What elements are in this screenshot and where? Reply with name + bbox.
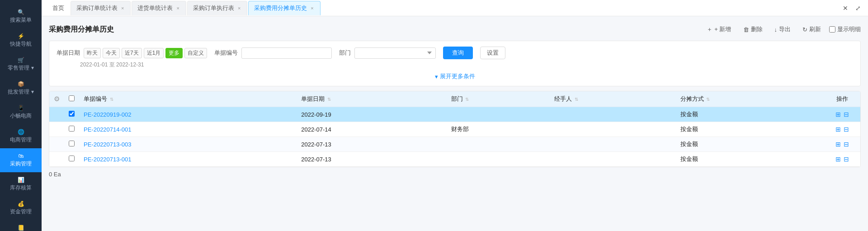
row-docno-link[interactable]: PE-20220713-003 — [84, 141, 132, 148]
table-row: PE-20220919-002 2022-09-19 按金额 ⊞ ⊟ — [49, 107, 860, 122]
th-dept: 部门 ⇅ — [447, 91, 550, 107]
tab-purchase-order-stats-close[interactable]: × — [120, 5, 125, 11]
refresh-button[interactable]: ↻ 刷新 — [799, 24, 825, 35]
tab-home[interactable]: 首页 — [47, 1, 70, 15]
row-checkbox-1[interactable] — [69, 126, 75, 132]
dept-search-field: 部门 财务部 — [339, 47, 436, 59]
date-btn-custom[interactable]: 自定义 — [184, 48, 207, 58]
row-checkbox-cell — [64, 152, 79, 167]
finance-icon: 💰 — [18, 201, 24, 207]
display-checkbox[interactable] — [829, 26, 835, 33]
sidebar-item-retail-label: 零售管理 ▾ — [2, 64, 40, 72]
sidebar-item-ecommerce[interactable]: 🌐 电商管理 — [0, 124, 42, 148]
sidebar-item-ledger[interactable]: 📒 总账管理 — [0, 220, 42, 231]
tab-purchase-cost-history-close[interactable]: × — [310, 5, 314, 11]
table-body: PE-20220919-002 2022-09-19 按金额 ⊞ ⊟ PE-20… — [49, 107, 860, 167]
search-button[interactable]: 查询 — [443, 47, 473, 59]
date-btn-1month[interactable]: 近1月 — [144, 48, 164, 58]
date-btn-today[interactable]: 今天 — [103, 48, 120, 58]
sidebar-item-inventory[interactable]: 📊 库存核算 — [0, 172, 42, 196]
tab-purchase-exec-close[interactable]: × — [237, 5, 241, 11]
row-dept-cell: 财务部 — [447, 122, 550, 137]
row-settings-cell — [49, 152, 64, 167]
row-detail-icon[interactable]: ⊟ — [844, 111, 849, 118]
tab-inbound-stats-label: 进货单统计表 — [137, 4, 173, 12]
expand-label: 展开更多条件 — [440, 72, 475, 80]
th-settings: ⚙ — [49, 91, 64, 107]
sort-icon-date: ⇅ — [327, 97, 331, 102]
row-edit-icon[interactable]: ⊞ — [835, 156, 841, 163]
row-dept-cell — [447, 152, 550, 167]
purchase-icon: 🛍 — [18, 153, 24, 159]
row-handler-cell — [550, 152, 675, 167]
add-button[interactable]: ＋ + 新增 — [703, 24, 735, 35]
row-dept-cell — [447, 137, 550, 152]
tab-bar-actions: ✕ ⤢ — [841, 4, 863, 13]
table: ⚙ 单据编号 ⇅ 单据日期 ⇅ — [49, 91, 860, 167]
row-action-cell: ⊞ ⊟ — [824, 107, 860, 122]
inventory-icon: 📊 — [18, 177, 24, 183]
row-checkbox-0[interactable] — [69, 111, 75, 117]
table-header-row: ⚙ 单据编号 ⇅ 单据日期 ⇅ — [49, 91, 860, 107]
row-detail-icon[interactable]: ⊟ — [844, 126, 849, 133]
date-range-group: 昨天 今天 近7天 近1月 更多 自定义 — [84, 48, 207, 58]
row-edit-icon[interactable]: ⊞ — [835, 141, 841, 148]
date-range-text: 2022-01-01 至 2022-12-31 — [80, 61, 144, 68]
export-button[interactable]: ↓ 导出 — [771, 24, 795, 35]
tab-inbound-stats-close[interactable]: × — [175, 5, 180, 11]
page-header: 采购费用分摊单历史 ＋ + 新增 🗑 删除 ↓ 导出 ↻ 刷新 — [49, 24, 861, 35]
sort-icon-handler: ⇅ — [575, 97, 578, 102]
sidebar-item-ecom-label: 电商管理 — [2, 136, 40, 144]
th-doc-date: 单据日期 ⇅ — [297, 91, 447, 107]
row-checkbox-cell — [64, 137, 79, 152]
date-btn-yesterday[interactable]: 昨天 — [84, 48, 101, 58]
row-detail-icon[interactable]: ⊟ — [844, 156, 849, 163]
row-edit-icon[interactable]: ⊞ — [835, 111, 841, 118]
row-method-cell: 按金额 — [676, 107, 824, 122]
th-handler: 经手人 ⇅ — [550, 91, 675, 107]
tab-inbound-stats[interactable]: 进货单统计表 × — [132, 1, 186, 15]
row-date-cell: 2022-07-14 — [297, 122, 447, 137]
sidebar-item-search[interactable]: 🔍 搜索菜单 — [0, 5, 42, 28]
row-docno-link[interactable]: PE-20220919-002 — [84, 111, 132, 118]
row-docno-link[interactable]: PE-20220713-001 — [84, 156, 132, 163]
date-btn-more[interactable]: 更多 — [165, 48, 183, 58]
sidebar-item-purchase[interactable]: 🛍 采购管理 — [0, 148, 42, 172]
row-edit-icon[interactable]: ⊞ — [835, 126, 841, 133]
tab-purchase-cost-history[interactable]: 采购费用分摊单历史 × — [248, 1, 320, 15]
settings-gear-icon[interactable]: ⚙ — [54, 95, 60, 103]
row-date-cell: 2022-07-13 — [297, 152, 447, 167]
row-docno-link[interactable]: PE-20220714-001 — [84, 126, 132, 133]
row-action-icons: ⊞ ⊟ — [829, 141, 856, 148]
sidebar-item-quicknav[interactable]: ⚡ 快捷导航 — [0, 28, 42, 52]
add-icon: ＋ — [707, 25, 712, 33]
main-area: 首页 采购订单统计表 × 进货单统计表 × 采购订单执行表 × 采购费用分摊单历… — [42, 0, 868, 231]
tab-purchase-order-stats[interactable]: 采购订单统计表 × — [71, 1, 131, 15]
tab-bar-close-btn[interactable]: ✕ — [841, 4, 850, 13]
row-checkbox-cell — [64, 122, 79, 137]
table-row: PE-20220713-001 2022-07-13 按金额 ⊞ ⊟ — [49, 152, 860, 167]
sidebar-item-wholesale[interactable]: 📦 批发管理 ▾ — [0, 76, 42, 100]
tab-bar-maximize-btn[interactable]: ⤢ — [854, 4, 863, 13]
sidebar-item-ecommerce-small[interactable]: 📱 小畅电商 — [0, 100, 42, 124]
row-detail-icon[interactable]: ⊟ — [844, 141, 849, 148]
settings-button[interactable]: 设置 — [480, 47, 505, 59]
display-toggle[interactable]: 显示明细 — [829, 25, 861, 33]
sidebar-item-finance[interactable]: 💰 资金管理 — [0, 196, 42, 220]
row-action-icons: ⊞ ⊟ — [829, 126, 856, 133]
row-checkbox-2[interactable] — [69, 141, 75, 146]
date-btn-7days[interactable]: 近7天 — [122, 48, 142, 58]
select-all-checkbox[interactable] — [69, 95, 75, 101]
sidebar-item-retail[interactable]: 🛒 零售管理 ▾ — [0, 52, 42, 76]
tab-purchase-exec[interactable]: 采购订单执行表 × — [187, 1, 247, 15]
sidebar-item-inventory-label: 库存核算 — [2, 184, 40, 192]
row-checkbox-3[interactable] — [69, 156, 75, 161]
ecom-small-icon: 📱 — [18, 105, 24, 111]
tab-purchase-cost-history-label: 采购费用分摊单历史 — [254, 4, 307, 12]
refresh-icon: ↻ — [802, 26, 807, 33]
dept-select[interactable]: 财务部 — [354, 47, 436, 59]
docno-input[interactable] — [241, 47, 332, 59]
delete-button[interactable]: 🗑 删除 — [740, 24, 766, 35]
expand-more-btn[interactable]: ▾ 展开更多条件 — [57, 71, 853, 82]
sidebar-item-quicknav-label: 快捷导航 — [2, 40, 40, 48]
